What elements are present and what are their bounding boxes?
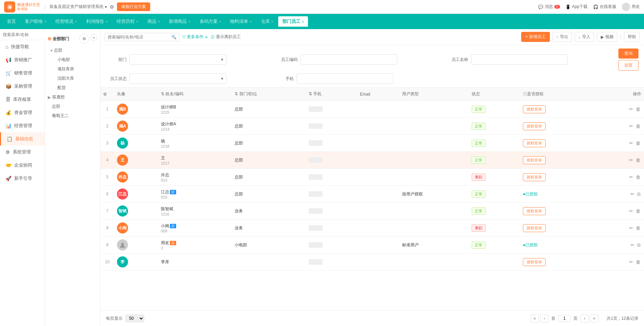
col-dept[interactable]: ⇅ 部门/职位 bbox=[232, 88, 306, 101]
close-icon[interactable]: × bbox=[219, 19, 221, 24]
emp-code-filter-input[interactable] bbox=[300, 54, 397, 65]
delete-button[interactable]: 🗑 bbox=[635, 106, 641, 113]
tab-warehouse[interactable]: 仓库 × bbox=[257, 16, 278, 27]
copy-button[interactable]: ⧉ bbox=[636, 241, 641, 248]
system-title-select[interactable]: 装备及固定资产辅助管理系统 ▾ bbox=[49, 4, 107, 10]
edit-button[interactable]: ✏ bbox=[628, 140, 634, 147]
edit-button[interactable]: ✏ bbox=[628, 174, 634, 180]
col-name[interactable]: ⇅ 姓名/编码 bbox=[158, 88, 232, 101]
dept-item-putaowang[interactable]: 葡萄王二 bbox=[45, 111, 100, 121]
first-page-button[interactable]: « bbox=[530, 314, 539, 323]
sidebar-item-guide[interactable]: 🚀 新手引导 bbox=[0, 172, 45, 185]
more-filters-button[interactable]: ▽ 更多条件 ∧ bbox=[182, 34, 208, 40]
auth-button[interactable]: 授权登录 bbox=[523, 122, 546, 130]
close-icon[interactable]: × bbox=[188, 19, 190, 24]
delete-button[interactable]: 🗑 bbox=[635, 258, 641, 265]
auth-button[interactable]: 授权登录 bbox=[523, 139, 546, 147]
tab-profit[interactable]: 利润报告 × bbox=[82, 16, 112, 27]
sidebar-item-company[interactable]: 🤝 企业协同 bbox=[0, 159, 45, 172]
edit-button[interactable]: ✏ bbox=[628, 106, 634, 113]
dept-item-zongbu[interactable]: ▾ 总部 bbox=[48, 46, 100, 55]
set-button[interactable]: 设置 bbox=[618, 60, 638, 71]
close-icon[interactable]: × bbox=[44, 19, 46, 24]
delete-button[interactable]: 🗑 bbox=[635, 174, 641, 180]
dept-settings-icon[interactable]: ⚙ bbox=[79, 34, 89, 44]
tab-history[interactable]: 经营历程 × bbox=[112, 16, 142, 27]
tab-bom[interactable]: 物料清单 × bbox=[226, 16, 256, 27]
page-size-select[interactable]: 50 100 bbox=[125, 315, 144, 322]
sidebar-item-basic-info[interactable]: 📋 基础信息 bbox=[0, 132, 45, 146]
sidebar-item-finance[interactable]: 💰 资金管理 bbox=[0, 106, 45, 119]
help-button[interactable]: 帮助 bbox=[624, 32, 640, 42]
auth-button[interactable]: 授权登录 bbox=[523, 224, 546, 232]
delete-button[interactable]: 🗑 bbox=[635, 208, 641, 214]
dept-collapse-button[interactable]: « bbox=[90, 34, 97, 41]
copy-button[interactable]: ⧉ bbox=[636, 191, 641, 197]
close-icon[interactable]: × bbox=[250, 19, 252, 24]
close-icon[interactable]: × bbox=[158, 19, 160, 24]
trial-button[interactable]: 体验行业方案 bbox=[117, 2, 150, 11]
edit-button[interactable]: ✏ bbox=[628, 208, 634, 214]
add-employee-button[interactable]: + 新增员工 bbox=[521, 32, 550, 42]
edit-button[interactable]: ✏ bbox=[630, 241, 635, 248]
online-service-button[interactable]: 🎧 在线客服 bbox=[593, 4, 616, 10]
tab-home[interactable]: 首页 bbox=[3, 16, 20, 27]
dept-item-shuangluo[interactable]: ▶ 双鹿想 bbox=[45, 92, 100, 102]
message-button[interactable]: 💬 消息 5 bbox=[538, 4, 560, 10]
sidebar-item-inventory[interactable]: 🗄 库存核算 bbox=[0, 93, 45, 106]
search-input[interactable] bbox=[108, 35, 170, 39]
auth-button[interactable]: 授权登录 bbox=[523, 105, 546, 113]
sidebar-item-quick-nav[interactable]: ⌂ 快捷导航 bbox=[0, 40, 45, 53]
edit-button[interactable]: ✏ bbox=[628, 224, 634, 231]
delete-button[interactable]: 🗑 bbox=[635, 123, 641, 130]
show-resigned-checkbox[interactable]: ☑ 显示离职员工 bbox=[211, 34, 241, 40]
dept-item-xiaodibu[interactable]: 小电部 bbox=[52, 55, 100, 64]
query-button[interactable]: 查询 bbox=[618, 49, 638, 59]
tab-customer[interactable]: 客户联络 × bbox=[21, 16, 51, 27]
phone-filter-input[interactable] bbox=[297, 73, 393, 84]
edit-button[interactable]: ✏ bbox=[628, 157, 634, 164]
edit-button[interactable]: ✏ bbox=[630, 191, 635, 197]
prev-page-button[interactable]: ‹ bbox=[540, 314, 548, 323]
tab-products[interactable]: 商品 × bbox=[143, 16, 164, 27]
auth-button[interactable]: 授权登录 bbox=[523, 207, 546, 215]
all-departments[interactable]: ⊞ 全部部门 bbox=[48, 36, 69, 42]
next-page-button[interactable]: › bbox=[580, 314, 589, 323]
dept-item-zongbu2[interactable]: 总部 bbox=[45, 102, 100, 111]
close-icon[interactable]: × bbox=[75, 19, 77, 24]
close-icon[interactable]: × bbox=[106, 19, 108, 24]
edit-button[interactable]: ✏ bbox=[628, 123, 634, 130]
tab-add-product[interactable]: 新增商品 × bbox=[165, 16, 194, 27]
tab-employees[interactable]: 部门员工 × bbox=[278, 16, 308, 27]
auth-button[interactable]: 授权登录 bbox=[523, 258, 546, 266]
dept-filter-select[interactable]: ▾ bbox=[129, 54, 226, 65]
export-button[interactable]: ↑ 导出 bbox=[553, 32, 572, 42]
settings-icon[interactable]: ⚙ bbox=[110, 4, 114, 10]
sidebar-item-purchase[interactable]: 📦 采购管理 bbox=[0, 80, 45, 93]
delete-button[interactable]: 🗑 bbox=[635, 224, 641, 231]
col-settings[interactable]: ⚙ bbox=[100, 88, 114, 101]
col-phone[interactable]: ⇅ 手机 bbox=[306, 88, 357, 101]
dept-item-shenyang[interactable]: 沈阳大库 bbox=[52, 74, 100, 83]
auth-button[interactable]: 授权登录 bbox=[523, 173, 546, 181]
last-page-button[interactable]: » bbox=[590, 314, 598, 323]
app-download-button[interactable]: 📱 App下载 bbox=[565, 4, 588, 10]
status-filter-select[interactable]: ▾ bbox=[129, 73, 226, 84]
search-icon[interactable]: 🔍 bbox=[171, 35, 176, 39]
close-icon[interactable]: × bbox=[136, 19, 138, 24]
tab-barcode[interactable]: 条码方案 × bbox=[196, 16, 225, 27]
dept-item-peihuo[interactable]: 配货 bbox=[52, 83, 100, 92]
close-icon[interactable]: × bbox=[271, 19, 273, 24]
sidebar-item-marketing[interactable]: 📢 营销推广 bbox=[0, 53, 45, 67]
dept-item-xiangmu[interactable]: 项目库房 bbox=[52, 64, 100, 74]
edit-button[interactable]: ✏ bbox=[628, 258, 634, 265]
tab-operations[interactable]: 经营情况 × bbox=[51, 16, 81, 27]
delete-button[interactable]: 🗑 bbox=[635, 140, 641, 147]
view-button[interactable]: ▶ 视频 bbox=[597, 32, 617, 42]
import-button[interactable]: ↓ 导入 bbox=[575, 32, 594, 42]
sidebar-item-operations[interactable]: 📊 经营管理 bbox=[0, 119, 45, 132]
emp-name-filter-input[interactable] bbox=[471, 54, 568, 65]
sidebar-item-system[interactable]: ⚙ 系统管理 bbox=[0, 146, 45, 159]
delete-button[interactable]: 🗑 bbox=[635, 157, 641, 164]
user-menu[interactable]: 用友 bbox=[622, 3, 640, 11]
